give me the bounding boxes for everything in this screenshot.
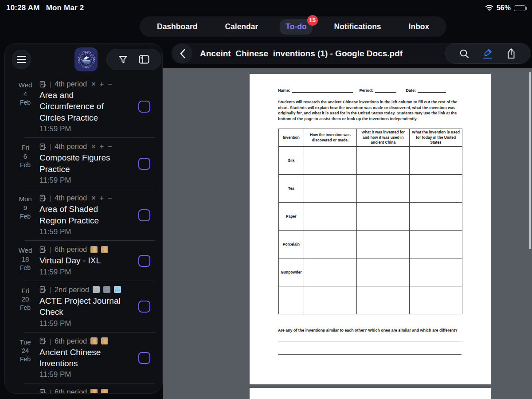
remove-x-icon[interactable]: × — [91, 143, 95, 151]
remove-x-icon[interactable]: × — [91, 80, 95, 88]
period-label: 4th period — [55, 142, 87, 151]
period-field-label: Period: — [360, 88, 373, 93]
due-time: 11:59 PM — [39, 268, 126, 277]
complete-checkbox[interactable] — [138, 158, 150, 170]
pdf-page-1: Name: Period: Date: Students will resear… — [250, 74, 491, 384]
school-logo[interactable]: GULF SHORES CITY SCHOOLS — [74, 47, 98, 71]
table-header-row: Invention How the invention was discover… — [279, 129, 462, 147]
todo-item[interactable]: Wed18Feb | 6th period 📜 📜 Virtual Day - … — [5, 241, 162, 281]
answer-line — [278, 354, 462, 355]
invention-cell: Tea — [279, 175, 304, 203]
todo-item[interactable]: Fri6Feb | 4th period × + − Composite Fig… — [5, 138, 162, 189]
assignment-title: Ancient Chinese Inventions — [39, 347, 126, 369]
table-row: Silk — [279, 147, 462, 175]
due-date: Fri6Feb — [11, 142, 39, 185]
table-row: Tea — [279, 175, 462, 203]
search-icon[interactable] — [459, 48, 469, 59]
invention-cell: Gunpowder — [279, 258, 304, 286]
minus-icon[interactable]: − — [108, 143, 112, 151]
assignment-title: Area of Shaded Region Practice — [39, 203, 126, 226]
assignment-title: ACTE Project Journal Check — [39, 295, 126, 318]
assignment-title: Area and Circumference of Circles Practi… — [39, 90, 126, 123]
scrollbar[interactable] — [529, 72, 531, 249]
assignment-icon — [39, 337, 47, 344]
due-date: Fri20Feb — [11, 286, 39, 328]
invention-cell — [279, 286, 304, 314]
back-button[interactable] — [172, 43, 192, 63]
pdf-viewer[interactable]: Name: Period: Date: Students will resear… — [163, 68, 532, 399]
tab-inbox[interactable]: Inbox — [403, 19, 435, 35]
complete-checkbox[interactable] — [138, 255, 150, 267]
col-header: What the invention is used for today in … — [410, 129, 462, 147]
panel-toggle-icon[interactable] — [139, 55, 149, 64]
assignment-icon — [39, 389, 47, 394]
assignment-title: Virtual Day - IXL — [39, 255, 126, 266]
date-field-label: Date: — [406, 88, 416, 93]
remove-x-icon[interactable]: × — [91, 194, 95, 202]
add-plus-icon[interactable]: + — [100, 194, 104, 202]
period-label: 4th period — [55, 194, 87, 202]
todo-item[interactable]: Wed4Feb | 4th period × + − Area and Circ… — [5, 75, 162, 138]
mechanical-arm-emoji: 🦾 — [93, 286, 100, 293]
scroll-emoji: 📜 — [90, 389, 98, 394]
todo-item[interactable]: Tue24Feb | 6th period 📜 📜 Ancient Chines… — [5, 332, 162, 384]
assignment-icon — [39, 195, 47, 202]
complete-checkbox[interactable] — [138, 209, 150, 221]
clock: 10:28 AM — [6, 4, 40, 12]
battery-percent: 56% — [497, 4, 511, 12]
status-bar: 10:28 AM Mon Mar 2 56% — [0, 0, 532, 16]
chevron-left-icon — [180, 49, 186, 59]
due-date: Wed18Feb — [11, 245, 39, 276]
assignment-title: Composite Figures Practice — [39, 152, 126, 175]
answer-line — [278, 341, 462, 341]
inventions-table: Invention How the invention was discover… — [278, 129, 462, 314]
mechanical-leg-emoji: 🦿 — [103, 286, 110, 293]
tab-todo[interactable]: To-do 15 — [280, 19, 312, 35]
scroll-emoji: 📜 — [101, 337, 108, 344]
sidebar-tools — [106, 49, 161, 70]
minus-icon[interactable]: − — [108, 194, 112, 202]
tab-calendar[interactable]: Calendar — [219, 19, 264, 35]
minus-icon[interactable]: − — [108, 80, 112, 88]
menu-button[interactable] — [12, 50, 31, 69]
due-time: 11:59 PM — [39, 370, 126, 379]
tab-notifications[interactable]: Notifications — [329, 19, 387, 35]
complete-checkbox[interactable] — [138, 352, 150, 364]
add-plus-icon[interactable]: + — [100, 80, 104, 88]
table-row: Porcelain — [279, 231, 462, 258]
add-plus-icon[interactable]: + — [100, 143, 104, 151]
complete-checkbox[interactable] — [138, 301, 150, 313]
period-label: 6th period — [55, 245, 87, 254]
worksheet-question: Are any of the inventions similar to eac… — [278, 328, 462, 332]
worksheet-instructions: Students will research the ancient Chine… — [278, 99, 462, 122]
status-date: Mon Mar 2 — [46, 4, 84, 12]
todo-sidebar: GULF SHORES CITY SCHOOLS Wed4Feb — [4, 43, 163, 394]
share-icon[interactable] — [506, 48, 516, 59]
col-header: What it was invented for and how it was … — [357, 129, 410, 147]
table-row: Paper — [279, 203, 462, 231]
markup-pen-icon[interactable] — [483, 48, 493, 59]
assignment-icon — [39, 143, 47, 150]
due-date: Mon9Feb — [11, 194, 39, 236]
col-header: How the invention was discovered or made… — [304, 129, 357, 147]
period-label: 4th period — [55, 80, 87, 88]
robot-emoji: 🤖 — [114, 286, 121, 293]
hamburger-icon — [17, 56, 26, 63]
todo-item[interactable]: | 6th period 📜 📜 The Seismograph 11:59 P… — [5, 383, 162, 394]
scroll-emoji: 📜 — [101, 246, 108, 253]
scroll-emoji: 📜 — [90, 246, 98, 253]
todo-list: Wed4Feb | 4th period × + − Area and Circ… — [5, 72, 162, 394]
pdf-toolbar — [445, 43, 530, 64]
due-date — [11, 388, 39, 394]
filter-icon[interactable] — [118, 55, 128, 64]
todo-item[interactable]: Mon9Feb | 4th period × + − Area of Shade… — [5, 189, 162, 241]
table-row: Gunpowder — [279, 258, 462, 286]
complete-checkbox[interactable] — [138, 101, 150, 113]
tab-dashboard[interactable]: Dashboard — [151, 19, 203, 35]
due-time: 11:59 PM — [39, 125, 126, 133]
period-label: 2nd period — [55, 286, 89, 294]
main-nav: Dashboard Calendar To-do 15 Notification… — [140, 16, 446, 37]
invention-cell: Paper — [279, 203, 304, 231]
battery-icon — [514, 5, 526, 11]
todo-item[interactable]: Fri20Feb | 2nd period 🦾 🦿 🤖 ACTE Project… — [5, 281, 162, 332]
